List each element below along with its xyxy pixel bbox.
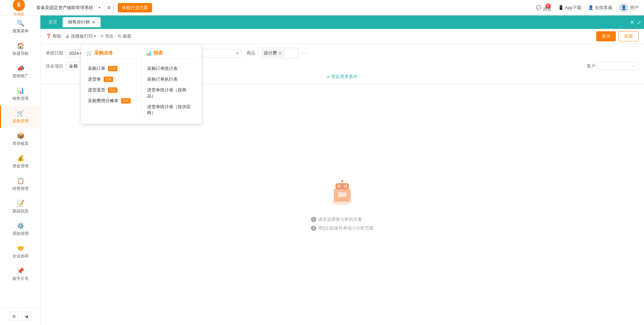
empty-icon-area [325, 176, 359, 211]
sidebar-collapse-btn[interactable]: ◀ [22, 312, 31, 321]
sidebar-item-guide[interactable]: 📌 新手引导 [0, 263, 40, 286]
export-icon: ↗ [100, 34, 104, 39]
sidebar-item-enterprise[interactable]: 🤝 企业协同 [0, 241, 40, 263]
sidebar-item-purchase[interactable]: 🛒 采购管理 [0, 106, 40, 128]
online-service-action[interactable]: 👤 在线客服 [588, 5, 612, 11]
tab-window-close-icon[interactable]: ✕ [630, 19, 634, 26]
sidebar-item-quick-nav[interactable]: 🏠 快捷导航 [0, 38, 40, 60]
sidebar: 🔍 搜索菜单 🏠 快捷导航 📣 营销推广 📊 销售管理 🛒 采购管理 📦 [0, 15, 40, 325]
goods-label: 商品 [247, 50, 255, 56]
top-header: 6 标准版 装备及固定资产辅助管理系统 ▾ ⚙ 体验行业方案 💬 5 消息 📱 … [0, 0, 644, 15]
industry-btn[interactable]: 体验行业方案 [118, 3, 152, 12]
hint-text-2: 用[过滤]条件来缩小分析范围 [318, 224, 373, 233]
search-icon: 🔍 [17, 19, 24, 27]
report-col-label: 报表 [153, 50, 163, 56]
tab-home[interactable]: 首页 [43, 17, 63, 27]
tab-sales-rank[interactable]: 销售排行榜 ✕ [63, 17, 101, 27]
user-label: 用户 [630, 5, 639, 11]
sales-icon: 📊 [17, 87, 24, 94]
purchase-icon: 🛒 [17, 110, 24, 117]
sidebar-settings-btn[interactable]: ⚙ [9, 312, 19, 321]
inventory-icon: 📦 [17, 132, 24, 139]
customer-dots: ··· [632, 64, 636, 69]
print-dropdown-icon[interactable]: ▾ [94, 34, 96, 38]
sidebar-item-base-info[interactable]: 📝 基础信息 [0, 196, 40, 218]
dropdown-item-si-by-supplier[interactable]: 进货单统计表（按供应商） [146, 101, 196, 118]
dropdown-item-po-exec[interactable]: 采购订单执行表 [146, 74, 196, 85]
message-label: 消息 [543, 6, 551, 12]
dropdown-item-stock-return[interactable]: 进货退货 历史 [86, 85, 137, 95]
print-icon: 🖨 [65, 34, 70, 39]
collapse-arrow-icon: ∧ [327, 74, 330, 79]
hint-num-2: 2 [311, 226, 316, 231]
sidebar-item-search[interactable]: 🔍 搜索菜单 [0, 15, 40, 38]
po-stat-label: 采购订单统计表 [147, 66, 178, 72]
export-label: 导出 [105, 33, 114, 39]
dropdown-item-purchase-cost[interactable]: 采购费用分摊单 历史 [86, 95, 137, 106]
sidebar-label-finance: 资金管理 [12, 163, 29, 169]
marketing-icon: 📣 [17, 65, 24, 72]
collapse-label: 收起更多条件 [331, 74, 358, 80]
dropdown-item-po-stat[interactable]: 采购订单统计表 [146, 63, 196, 74]
sidebar-item-marketing[interactable]: 📣 营销推广 [0, 60, 40, 83]
purchase-col-icon: 🛒 [86, 50, 92, 56]
settings-btn[interactable]: ⚙ [104, 3, 114, 12]
sidebar-item-operations[interactable]: 📋 经营管理 [0, 173, 40, 196]
title-dropdown-icon[interactable]: ▾ [99, 6, 100, 9]
sidebar-label-system: 系统管理 [12, 231, 29, 237]
help-label: 帮助 [52, 33, 61, 39]
filter-customer: 客户 ··· [587, 62, 639, 70]
help-action[interactable]: ❓ 帮助 [46, 33, 61, 39]
sidebar-label-operations: 经营管理 [12, 186, 29, 192]
svg-point-6 [345, 186, 346, 187]
dropdown-item-purchase-order[interactable]: 采购订单 历史 [86, 63, 137, 74]
goods-tag: 设计费 ✕ [261, 49, 285, 57]
empty-text: 1 请先选择要分析的方案 2 用[过滤]条件来缩小分析范围 [311, 215, 373, 233]
help-icon: ❓ [46, 34, 51, 39]
sidebar-bottom: ⚙ ◀ [0, 307, 40, 325]
sidebar-item-system[interactable]: ⚙️ 系统管理 [0, 218, 40, 241]
report-col: 📊 报表 采购订单统计表 采购订单执行表 进货单统计表（按商品） 进货单统计表（… [146, 50, 196, 118]
sidebar-label-baseinfo: 基础信息 [12, 208, 29, 214]
sidebar-label-guide: 新手引导 [12, 276, 29, 282]
goods-tag-label: 设计费 [264, 50, 277, 56]
query-btn[interactable]: 查询 [596, 31, 616, 41]
hist-badge-3: 历史 [121, 98, 131, 104]
report-col-title: 📊 报表 [146, 50, 196, 59]
sidebar-item-inventory[interactable]: 📦 库存核算 [0, 128, 40, 151]
goods-more-dots[interactable]: ··· [301, 50, 308, 56]
svg-point-5 [338, 186, 339, 187]
avatar: 👤 [619, 3, 629, 12]
sidebar-item-finance[interactable]: 💰 资金管理 [0, 151, 40, 173]
hist-badge-1: 历史 [104, 77, 113, 82]
user-action[interactable]: 👤 用户 [619, 3, 639, 12]
purchase-col: 🛒 采购业务 采购订单 历史 进货单 历史 进货退货 历史 [86, 50, 137, 118]
tab-fullscreen-icon[interactable]: ⤢ [637, 19, 641, 26]
app-download-action[interactable]: 📱 App下载 [558, 5, 581, 11]
report-col-icon: 📊 [146, 50, 151, 56]
setting-btn[interactable]: 设置 [618, 31, 639, 41]
goods-tag-close[interactable]: ✕ [278, 51, 282, 56]
tab-close-icon[interactable]: ✕ [92, 20, 95, 25]
dropdown-item-si-by-goods[interactable]: 进货单统计表（按商品） [146, 85, 196, 101]
home-icon: 🏠 [17, 42, 24, 49]
print-action[interactable]: 🖨 按模板打印 ▾ [65, 33, 96, 39]
base-info-icon: 📝 [17, 200, 24, 207]
export-action[interactable]: ↗ 导出 [100, 33, 114, 39]
app-root: 6 标准版 装备及固定资产辅助管理系统 ▾ ⚙ 体验行业方案 💬 5 消息 📱 … [0, 0, 644, 325]
message-icon: 💬 [536, 5, 541, 10]
purchase-col-label: 采购业务 [94, 50, 113, 56]
refresh-action[interactable]: ↻ 刷新 [118, 33, 132, 39]
customer-input[interactable]: ··· [598, 62, 639, 70]
sidebar-label-marketing: 营销推广 [12, 73, 29, 79]
rank-item-label: 排名项目 [46, 63, 63, 69]
sidebar-label-search: 搜索菜单 [12, 28, 29, 34]
sidebar-item-sales[interactable]: 📊 销售管理 [0, 83, 40, 106]
goods-input-area[interactable]: 设计费 ✕ [258, 48, 298, 58]
svg-rect-7 [338, 192, 346, 197]
dropdown-item-stock-in[interactable]: 进货单 历史 [86, 74, 137, 85]
message-action[interactable]: 💬 5 消息 [536, 3, 551, 12]
toolbar: ❓ 帮助 🖨 按模板打印 ▾ ↗ 导出 ↻ 刷新 查询 [40, 29, 644, 44]
logo-sub: 标准版 [14, 12, 24, 16]
refresh-label: 刷新 [123, 33, 132, 39]
